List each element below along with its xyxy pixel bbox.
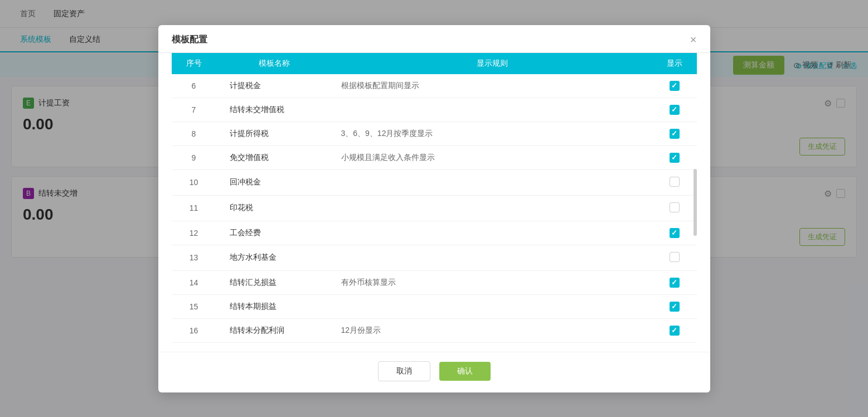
scroll-indicator [694, 169, 697, 236]
checkbox-row-4[interactable] [670, 177, 680, 187]
cell-seq: 16 [172, 318, 216, 342]
cell-seq: 8 [172, 122, 216, 146]
modal-header: 模板配置 × [158, 25, 710, 53]
modal-overlay: 模板配置 × 序号 模板名称 显示规则 显示 6计提税金根据模板配置期间显示7结… [0, 0, 868, 417]
table-row: 15结转本期损益 [172, 294, 697, 318]
cell-rule: 12月份显示 [328, 318, 652, 342]
checkbox-row-10[interactable] [670, 326, 680, 336]
table-body: 6计提税金根据模板配置期间显示7结转未交增值税8计提所得税3、6、9、12月按季… [172, 74, 697, 343]
cell-seq: 11 [172, 195, 216, 221]
table-row: 8计提所得税3、6、9、12月按季度显示 [172, 122, 697, 146]
cell-seq: 12 [172, 221, 216, 245]
cell-seq: 7 [172, 98, 216, 122]
cell-rule: 有外币核算显示 [328, 270, 652, 294]
col-name: 模板名称 [216, 53, 328, 74]
checkbox-row-7[interactable] [670, 252, 680, 262]
modal-body: 序号 模板名称 显示规则 显示 6计提税金根据模板配置期间显示7结转未交增值税8… [158, 53, 710, 352]
cell-seq: 10 [172, 169, 216, 195]
cell-checkbox [652, 98, 697, 122]
cell-checkbox [652, 221, 697, 245]
cell-checkbox [652, 146, 697, 169]
checkbox-row-9[interactable] [670, 302, 680, 312]
config-table: 序号 模板名称 显示规则 显示 6计提税金根据模板配置期间显示7结转未交增值税8… [172, 53, 697, 343]
cancel-button[interactable]: 取消 [378, 361, 430, 381]
checkbox-row-2[interactable] [670, 129, 680, 139]
cell-seq: 13 [172, 245, 216, 270]
table-row: 7结转未交增值税 [172, 98, 697, 122]
cell-seq: 14 [172, 270, 216, 294]
cell-rule [328, 245, 652, 270]
table-row: 11印花税 [172, 195, 697, 221]
cell-name: 工会经费 [216, 221, 328, 245]
col-seq: 序号 [172, 53, 216, 74]
table-row: 6计提税金根据模板配置期间显示 [172, 74, 697, 98]
confirm-button[interactable]: 确认 [439, 362, 491, 381]
cell-name: 结转汇兑损益 [216, 270, 328, 294]
cell-checkbox [652, 245, 697, 270]
cell-name: 免交增值税 [216, 146, 328, 169]
checkbox-row-8[interactable] [670, 278, 680, 288]
cell-name: 计提税金 [216, 74, 328, 98]
table-row: 16结转未分配利润12月份显示 [172, 318, 697, 342]
cell-checkbox [652, 122, 697, 146]
cell-rule [328, 169, 652, 195]
table-row: 13地方水利基金 [172, 245, 697, 270]
table-row: 12工会经费 [172, 221, 697, 245]
checkbox-row-5[interactable] [670, 202, 680, 212]
cell-checkbox [652, 169, 697, 195]
table-scroll-area[interactable]: 序号 模板名称 显示规则 显示 6计提税金根据模板配置期间显示7结转未交增值税8… [172, 53, 697, 343]
checkbox-row-6[interactable] [670, 228, 680, 238]
cell-name: 回冲税金 [216, 169, 328, 195]
cell-checkbox [652, 270, 697, 294]
cell-rule [328, 195, 652, 221]
cell-rule [328, 221, 652, 245]
cell-name: 结转未分配利润 [216, 318, 328, 342]
cell-rule: 根据模板配置期间显示 [328, 74, 652, 98]
cell-checkbox [652, 294, 697, 318]
table-header: 序号 模板名称 显示规则 显示 [172, 53, 697, 74]
cell-name: 计提所得税 [216, 122, 328, 146]
cell-rule: 3、6、9、12月按季度显示 [328, 122, 652, 146]
cell-seq: 6 [172, 74, 216, 98]
table-row: 10回冲税金 [172, 169, 697, 195]
modal-footer: 取消 确认 [158, 352, 710, 392]
cell-seq: 9 [172, 146, 216, 169]
table-row: 9免交增值税小规模且满足收入条件显示 [172, 146, 697, 169]
cell-checkbox [652, 195, 697, 221]
checkbox-row-1[interactable] [670, 105, 680, 115]
template-config-modal: 模板配置 × 序号 模板名称 显示规则 显示 6计提税金根据模板配置期间显示7结… [158, 25, 710, 392]
cell-name: 地方水利基金 [216, 245, 328, 270]
col-display: 显示 [652, 53, 697, 74]
cell-rule: 小规模且满足收入条件显示 [328, 146, 652, 169]
modal-title: 模板配置 [172, 34, 207, 46]
cell-checkbox [652, 74, 697, 98]
modal-close-button[interactable]: × [690, 34, 697, 45]
table-row: 14结转汇兑损益有外币核算显示 [172, 270, 697, 294]
cell-seq: 15 [172, 294, 216, 318]
cell-name: 结转未交增值税 [216, 98, 328, 122]
cell-name: 结转本期损益 [216, 294, 328, 318]
cell-rule [328, 98, 652, 122]
col-rule: 显示规则 [328, 53, 652, 74]
cell-name: 印花税 [216, 195, 328, 221]
checkbox-row-3[interactable] [670, 153, 680, 163]
cell-rule [328, 294, 652, 318]
checkbox-row-0[interactable] [670, 81, 680, 91]
cell-checkbox [652, 318, 697, 342]
